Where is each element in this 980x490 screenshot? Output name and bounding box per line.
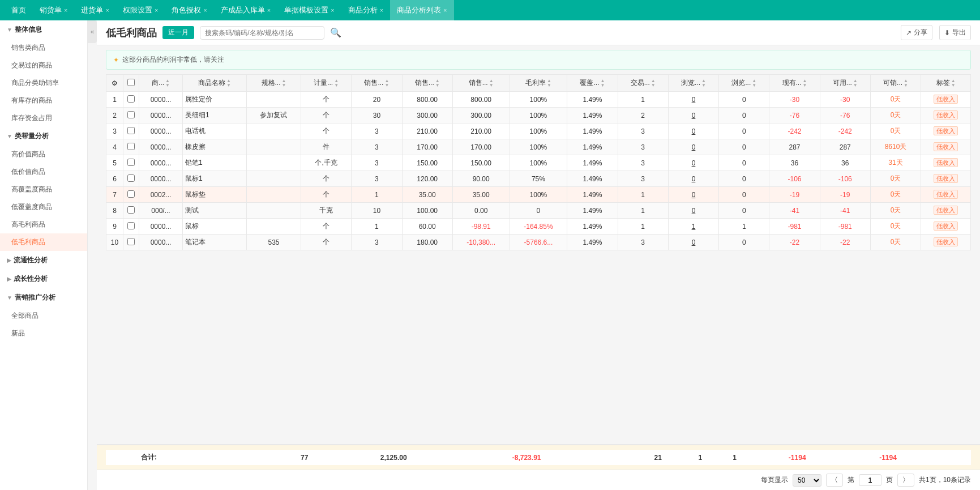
- row-browse1[interactable]: 0: [668, 139, 718, 155]
- sidebar-group-class-analysis[interactable]: ▼ 类帮量分析: [0, 127, 87, 146]
- row-checkbox[interactable]: [127, 159, 135, 166]
- sidebar-group-marketing[interactable]: ▼ 营销推广分析: [0, 288, 87, 307]
- row-checkbox[interactable]: [127, 238, 135, 245]
- row-checkbox[interactable]: [127, 127, 135, 134]
- row-browse1[interactable]: 0: [668, 187, 718, 203]
- row-checkbox[interactable]: [127, 190, 135, 198]
- nav-analysis-list[interactable]: 商品分析列表 ×: [390, 0, 453, 20]
- browse1-link[interactable]: 0: [692, 112, 696, 120]
- col-unit[interactable]: 计量...▲▼: [301, 75, 352, 92]
- nav-purchase-close[interactable]: ×: [105, 7, 109, 14]
- next-page-btn[interactable]: 〉: [897, 474, 914, 487]
- col-sales-qty[interactable]: 销售...▲▼: [352, 75, 402, 92]
- sidebar-collapse-btn[interactable]: «: [88, 20, 97, 43]
- col-settings[interactable]: ⚙: [106, 75, 123, 92]
- row-checkbox[interactable]: [127, 222, 135, 229]
- browse1-link[interactable]: 0: [692, 143, 696, 151]
- col-spec[interactable]: 规格...▲▼: [246, 75, 301, 92]
- row-checkbox-cell[interactable]: [123, 235, 139, 250]
- col-tag[interactable]: 标签▲▼: [921, 75, 971, 92]
- col-available[interactable]: 可用...▲▼: [820, 75, 870, 92]
- sidebar-item-high-coverage[interactable]: 高覆盖度商品: [0, 181, 87, 198]
- row-browse1[interactable]: 0: [668, 203, 718, 219]
- row-browse1[interactable]: 0: [668, 92, 718, 108]
- sidebar-item-stock-funds[interactable]: 库存资金占用: [0, 109, 87, 127]
- browse1-link[interactable]: 1: [692, 223, 696, 231]
- browse1-link[interactable]: 0: [692, 191, 696, 199]
- nav-product-in-close[interactable]: ×: [267, 7, 271, 14]
- export-button[interactable]: ⬇ 导出: [939, 25, 971, 40]
- col-browse1[interactable]: 浏览...▲▼: [668, 75, 718, 92]
- sidebar-item-in-stock[interactable]: 有库存的商品: [0, 92, 87, 109]
- browse1-link[interactable]: 0: [692, 159, 696, 167]
- row-checkbox-cell[interactable]: [123, 92, 139, 108]
- row-checkbox[interactable]: [127, 143, 135, 150]
- nav-home[interactable]: 首页: [5, 0, 33, 20]
- sidebar-item-low-value[interactable]: 低价值商品: [0, 163, 87, 181]
- sidebar-group-circulation[interactable]: ▶ 流通性分析: [0, 251, 87, 270]
- select-all-checkbox[interactable]: [127, 79, 135, 86]
- page-number-input[interactable]: [859, 474, 881, 486]
- share-button[interactable]: ↗ 分享: [901, 25, 932, 40]
- row-checkbox[interactable]: [127, 206, 135, 214]
- col-sales-profit[interactable]: 销售...▲▼: [452, 75, 510, 92]
- col-name[interactable]: 商品名称▲▼: [183, 75, 247, 92]
- nav-template[interactable]: 单据模板设置 ×: [277, 0, 341, 20]
- row-checkbox-cell[interactable]: [123, 123, 139, 139]
- row-checkbox[interactable]: [127, 111, 135, 118]
- sidebar-group-overall[interactable]: ▼ 整体信息: [0, 20, 87, 39]
- nav-permission-close[interactable]: ×: [155, 7, 158, 14]
- row-checkbox-cell[interactable]: [123, 187, 139, 203]
- sidebar-item-low-coverage[interactable]: 低覆盖度商品: [0, 198, 87, 216]
- row-browse1[interactable]: 0: [668, 235, 718, 250]
- row-browse1[interactable]: 1: [668, 219, 718, 235]
- col-sales-amt[interactable]: 销售...▲▼: [402, 75, 452, 92]
- row-browse1[interactable]: 0: [668, 155, 718, 171]
- browse1-link[interactable]: 0: [692, 96, 696, 104]
- col-gross-rate[interactable]: 毛利率▲▼: [510, 75, 567, 92]
- browse1-link[interactable]: 0: [692, 238, 696, 246]
- sidebar-group-growth[interactable]: ▶ 成长性分析: [0, 270, 87, 288]
- row-checkbox-cell[interactable]: [123, 171, 139, 187]
- nav-role-close[interactable]: ×: [203, 7, 207, 14]
- nav-analysis-close[interactable]: ×: [380, 7, 383, 14]
- col-sellable[interactable]: 可销...▲▼: [870, 75, 921, 92]
- per-page-select[interactable]: 50 100 200: [793, 474, 821, 487]
- nav-analysis[interactable]: 商品分析 ×: [341, 0, 390, 20]
- row-checkbox-cell[interactable]: [123, 219, 139, 235]
- row-checkbox[interactable]: [127, 174, 135, 182]
- nav-analysis-list-close[interactable]: ×: [443, 7, 447, 14]
- col-browse2[interactable]: 浏览...▲▼: [719, 75, 769, 92]
- sidebar-item-traded-goods[interactable]: 交易过的商品: [0, 57, 87, 74]
- row-checkbox-cell[interactable]: [123, 155, 139, 171]
- col-checkbox[interactable]: [123, 75, 139, 92]
- row-browse1[interactable]: 0: [668, 123, 718, 139]
- nav-permission[interactable]: 权限设置 ×: [116, 0, 165, 20]
- nav-purchase[interactable]: 进货单 ×: [74, 0, 115, 20]
- sidebar-item-low-profit[interactable]: 低毛利商品: [0, 233, 87, 251]
- col-coverage[interactable]: 覆盖...▲▼: [567, 75, 618, 92]
- browse1-link[interactable]: 0: [692, 207, 696, 215]
- col-stock-now[interactable]: 现有...▲▼: [769, 75, 820, 92]
- prev-page-btn[interactable]: 〈: [826, 474, 843, 487]
- date-tag-btn[interactable]: 近一月: [162, 26, 194, 39]
- row-browse1[interactable]: 0: [668, 171, 718, 187]
- sidebar-item-high-profit[interactable]: 高毛利商品: [0, 216, 87, 233]
- row-checkbox[interactable]: [127, 95, 135, 103]
- row-checkbox-cell[interactable]: [123, 108, 139, 123]
- sidebar-item-new-goods[interactable]: 新品: [0, 325, 87, 342]
- row-browse1[interactable]: 0: [668, 108, 718, 123]
- row-checkbox-cell[interactable]: [123, 203, 139, 219]
- browse1-link[interactable]: 0: [692, 175, 696, 183]
- sidebar-item-high-value[interactable]: 高价值商品: [0, 146, 87, 163]
- col-code[interactable]: 商...▲▼: [139, 75, 183, 92]
- sidebar-item-sales-goods[interactable]: 销售类商品: [0, 39, 87, 57]
- sidebar-item-category-rate[interactable]: 商品分类助销率: [0, 74, 87, 92]
- nav-sales[interactable]: 销货单 ×: [33, 0, 74, 20]
- sidebar-item-all-goods[interactable]: 全部商品: [0, 307, 87, 325]
- col-transactions[interactable]: 交易...▲▼: [618, 75, 668, 92]
- nav-sales-close[interactable]: ×: [64, 7, 67, 14]
- nav-product-in[interactable]: 产成品入库单 ×: [214, 0, 277, 20]
- row-checkbox-cell[interactable]: [123, 139, 139, 155]
- search-input[interactable]: [200, 26, 324, 40]
